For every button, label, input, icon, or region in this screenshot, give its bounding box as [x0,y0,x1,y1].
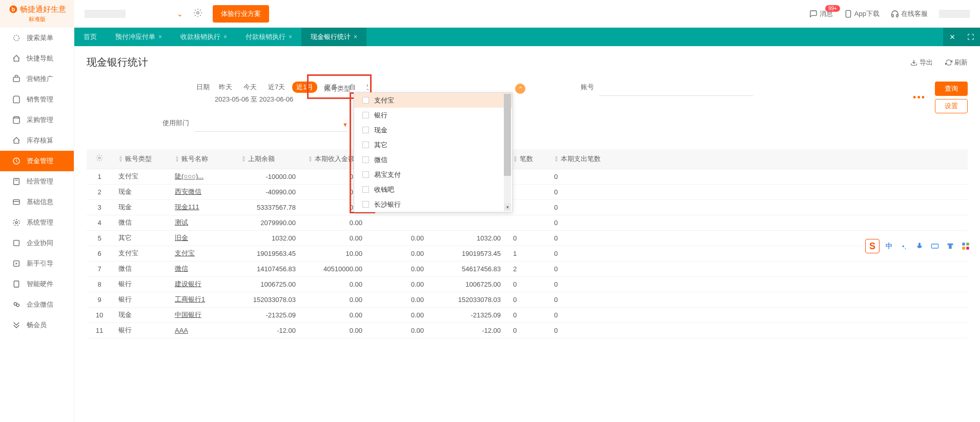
column-header-8[interactable]: ▲▼本期支出笔数 [548,149,968,169]
checkbox[interactable] [362,127,369,133]
table-row[interactable]: 5其它旧金1032.000.000.001032.0000 [87,230,968,246]
logo[interactable]: b 畅捷通好生意 标准版 [0,0,74,28]
ime-skin-icon[interactable] [944,240,956,252]
query-button[interactable]: 查询 [935,82,968,96]
column-header-7[interactable]: ▲▼笔数 [507,149,548,169]
table-row[interactable]: 1支付宝陡(○○○)...-10000.000.000 [87,169,968,184]
column-header-3[interactable]: ▲▼上期余额 [235,149,302,169]
settings-gear-icon[interactable] [193,8,202,19]
account-name-link[interactable]: 西安微信 [175,188,201,195]
account-name-link[interactable]: 旧金 [175,234,188,242]
column-header-1[interactable]: ▲▼账号类型 [112,149,169,169]
tab-0[interactable]: 首页 [74,28,106,46]
checkbox[interactable] [362,201,369,208]
settings-button[interactable]: 设置 [935,99,968,113]
tab-close-icon[interactable]: × [354,33,357,41]
export-button[interactable]: 导出 [910,58,933,67]
table-row[interactable]: 10现金中国银行-21325.090.000.00-21325.0900 [87,307,968,323]
sidebar-item-14[interactable]: 畅会员 [0,315,74,335]
sidebar-item-5[interactable]: 库存核算 [0,130,74,151]
sidebar-item-6[interactable]: 资金管理 [0,151,74,171]
sogou-ime-icon[interactable]: S [865,239,880,253]
tab-3[interactable]: 付款核销执行× [236,28,301,46]
sidebar-item-12[interactable]: 智能硬件 [0,274,74,294]
message-link[interactable]: 消息 99+ [809,9,833,18]
tab-close-all-button[interactable] [943,28,962,46]
org-selector[interactable]: ⌄ [85,10,183,18]
date-option-2[interactable]: 近7天 [264,82,289,93]
table-row[interactable]: 6支付宝支付宝19019563.4510.000.0019019573.4510 [87,246,968,261]
tab-2[interactable]: 收款核销执行× [171,28,236,46]
account-name-link[interactable]: 陡(○○○)... [175,172,203,180]
sidebar-item-8[interactable]: 基础信息 [0,192,74,212]
table-row[interactable]: 8银行建设银行1006725.000.000.001006725.0000 [87,276,968,292]
user-avatar[interactable] [939,10,970,18]
tab-1[interactable]: 预付冲应付单× [106,28,171,46]
tab-4[interactable]: 现金银行统计× [301,28,366,46]
dropdown-scrollbar[interactable]: ▾ [504,94,511,211]
cell-type: 微信 [112,215,169,230]
scrollbar-arrow-down-icon[interactable]: ▾ [504,204,511,211]
dropdown-option-6[interactable]: 收钱吧 [354,182,512,197]
ime-keyboard-icon[interactable] [929,240,941,252]
date-option-0[interactable]: 昨天 [215,82,236,93]
dropdown-option-3[interactable]: 其它 [354,137,512,152]
account-name-link[interactable]: 现金111 [175,203,199,211]
sidebar-item-11[interactable]: 新手引导 [0,253,74,274]
tab-close-icon[interactable]: × [158,33,162,41]
sidebar-item-0[interactable]: 搜索菜单 [0,28,74,48]
sidebar-item-2[interactable]: 营销推广 [0,69,74,89]
dropdown-option-4[interactable]: 微信 [354,152,512,167]
checkbox[interactable] [362,171,369,178]
account-name-link[interactable]: 工商银行1 [175,295,205,303]
table-row[interactable]: 3现金现金11153337567.780.000 [87,199,968,215]
dropdown-option-7[interactable]: 长沙银行 [354,197,512,212]
checkbox[interactable] [362,112,369,118]
table-row[interactable]: 9银行工商银行1152033078.030.000.00152033078.03… [87,292,968,307]
table-row[interactable]: 7微信微信14107456.8340510000.000.0054617456.… [87,261,968,276]
app-download-link[interactable]: App下载 [844,9,880,18]
date-option-1[interactable]: 今天 [239,82,261,93]
dropdown-option-0[interactable]: 支付宝 [354,93,512,108]
account-name-link[interactable]: 微信 [175,265,188,272]
dropdown-option-2[interactable]: 现金 [354,123,512,137]
dropdown-option-1[interactable]: 银行 [354,108,512,123]
account-input[interactable] [599,82,753,96]
sidebar-item-4[interactable]: 采购管理 [0,110,74,130]
table-row[interactable]: 2现金西安微信-40990.000.000 [87,184,968,199]
scrollbar-thumb[interactable] [504,94,511,176]
table-row[interactable]: 11银行AAA-12.000.000.00-12.0000 [87,323,968,338]
sidebar-item-7[interactable]: 经营管理 [0,171,74,192]
account-name-link[interactable]: 中国银行 [175,311,201,318]
tab-close-icon[interactable]: × [223,33,227,41]
dept-input[interactable] [194,117,348,132]
sidebar-item-3[interactable]: 销售管理 [0,89,74,110]
dropdown-option-5[interactable]: 易宝支付 [354,167,512,182]
tab-expand-button[interactable] [962,28,980,46]
sidebar-item-1[interactable]: 快捷导航 [0,48,74,69]
column-header-0[interactable] [87,149,112,169]
column-header-2[interactable]: ▲▼账号名称 [169,149,235,169]
online-service-link[interactable]: 在线客服 [891,9,928,18]
sidebar-item-13[interactable]: 企业微信 [0,294,74,315]
sidebar-item-9[interactable]: 系统管理 [0,212,74,233]
ime-lang-button[interactable]: 中 [883,240,895,252]
ime-tools-icon[interactable] [959,240,972,252]
more-filters-button[interactable]: ••• [913,92,926,103]
checkbox[interactable] [362,156,369,163]
collapse-filter-button[interactable]: ⌃ [515,84,525,94]
ime-punct-icon[interactable]: •, [898,240,910,252]
account-name-link[interactable]: 建设银行 [175,280,201,288]
account-name-link[interactable]: AAA [175,327,188,334]
refresh-button[interactable]: 刷新 [945,58,968,67]
account-name-link[interactable]: 支付宝 [175,249,195,257]
experience-plan-button[interactable]: 体验行业方案 [213,5,269,23]
ime-mic-icon[interactable] [913,240,926,252]
checkbox[interactable] [362,186,369,193]
account-name-link[interactable]: 测试 [175,218,188,226]
tab-close-icon[interactable]: × [289,33,292,41]
checkbox[interactable] [362,97,369,104]
table-row[interactable]: 4微信测试2079990.000.000 [87,215,968,230]
checkbox[interactable] [362,142,369,148]
sidebar-item-10[interactable]: 企业协同 [0,233,74,253]
